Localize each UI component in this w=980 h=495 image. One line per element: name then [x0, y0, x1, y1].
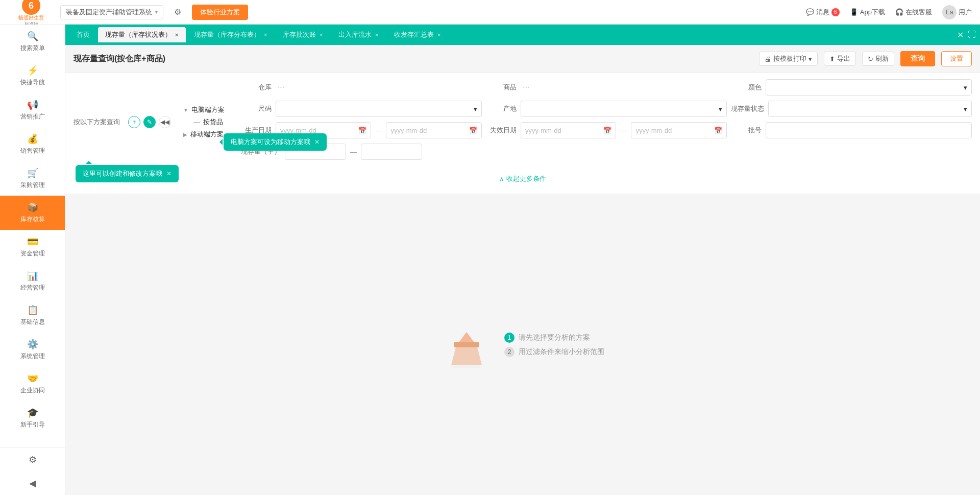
- message-badge: 6: [831, 8, 840, 16]
- close-icon[interactable]: ✕: [375, 32, 379, 38]
- sidebar-label: 系统管理: [20, 352, 45, 361]
- chevron-down-icon: ▾: [964, 105, 967, 113]
- system-selector[interactable]: 装备及固定资产辅助管理系统 ▾: [60, 5, 163, 19]
- svg-rect-1: [454, 342, 479, 347]
- sidebar-item-finance[interactable]: 💳 资金管理: [0, 230, 65, 264]
- app-download-label: App下载: [860, 8, 885, 17]
- phone-icon: 📱: [850, 8, 858, 16]
- settings-icon[interactable]: ⚙: [169, 4, 186, 20]
- stock-status-label: 现存量状态: [731, 104, 764, 113]
- print-button[interactable]: 🖨 按模板打印 ▾: [759, 52, 818, 66]
- sidebar-label: 采购管理: [20, 181, 45, 190]
- empty-tip-2: 2 用过滤条件来缩小分析范围: [504, 347, 604, 357]
- collapse-bar[interactable]: ∧ 收起更多条件: [74, 170, 972, 187]
- page-header: 现存量查询(按仓库+商品) 🖨 按模板打印 ▾ ⬆ 导出 ↻: [65, 45, 980, 73]
- sidebar-item-marketing[interactable]: 📢 营销推广: [0, 93, 65, 127]
- tab-inventory-batch[interactable]: 库存批次账 ✕: [276, 27, 330, 42]
- chart-icon: 📊: [27, 270, 38, 281]
- stock-main-field: 现存量（主） —: [241, 144, 972, 160]
- export-button[interactable]: ⬆ 导出: [824, 52, 856, 66]
- cart-icon: 🛒: [27, 168, 38, 179]
- filter-area: 电脑方案可设为移动方案哦 ✕ 这里可以创建和修改方案哦 ✕ 按以下方案查询 + …: [65, 73, 980, 194]
- chevron-down-icon: ▾: [474, 105, 477, 113]
- money-icon: 💰: [27, 133, 38, 145]
- chevron-down-icon: ▾: [808, 55, 812, 63]
- sidebar-item-purchase[interactable]: 🛒 采购管理: [0, 161, 65, 196]
- form-row-4: 现存量（主） —: [241, 144, 972, 160]
- warehouse-label: 仓库: [241, 83, 272, 92]
- sidebar-item-cooperation[interactable]: 🤝 企业协同: [0, 367, 65, 401]
- tip-num-2: 2: [504, 347, 514, 357]
- expiry-date-end[interactable]: yyyy-mm-dd 📅: [631, 122, 727, 138]
- app-download-button[interactable]: 📱 App下载: [850, 8, 885, 17]
- sidebar-item-guide[interactable]: 🎓 新手引导: [0, 401, 65, 435]
- online-service-button[interactable]: 🎧 在线客服: [895, 8, 932, 17]
- tab-summary[interactable]: 收发存汇总表 ✕: [387, 27, 448, 42]
- color-select[interactable]: ▾: [766, 79, 972, 96]
- scheme-sub-item[interactable]: — 按货品: [193, 116, 225, 128]
- export-label: 导出: [837, 54, 850, 63]
- tooltip-close-icon[interactable]: ✕: [166, 170, 172, 177]
- scheme-pc[interactable]: ▼ 电脑端方案: [183, 104, 225, 116]
- arrow-button[interactable]: ◀◀: [159, 116, 171, 128]
- sidebar-item-inventory[interactable]: 📦 库存核算: [0, 196, 65, 230]
- sidebar-item-management[interactable]: 📊 经营管理: [0, 264, 65, 298]
- sidebar-item-search[interactable]: 🔍 搜索菜单: [0, 25, 65, 59]
- batch-label: 批号: [731, 126, 762, 135]
- origin-select[interactable]: ▾: [521, 101, 727, 117]
- sidebar-item-basic[interactable]: 📋 基础信息: [0, 298, 65, 333]
- warehouse-field: 仓库 ···: [241, 83, 482, 92]
- stock-status-select[interactable]: ▾: [768, 101, 972, 117]
- sidebar: 🔍 搜索菜单 ⚡ 快捷导航 📢 营销推广 💰 销售管理 🛒 采购管理 📦: [0, 25, 65, 495]
- tab-label: 现存量（库存分布表）: [194, 30, 260, 39]
- size-select[interactable]: ▾: [276, 101, 482, 117]
- avatar: Ea: [942, 5, 957, 19]
- message-button[interactable]: 💬 消息 6: [806, 8, 840, 17]
- tip-text-2: 用过滤条件来缩小分析范围: [519, 347, 604, 357]
- scheme-mobile[interactable]: ▶ 移动端方案: [183, 128, 225, 140]
- sidebar-collapse-button[interactable]: ◀: [0, 472, 65, 495]
- user-label: 用户: [959, 8, 972, 17]
- prod-date-end[interactable]: yyyy-mm-dd 📅: [386, 122, 482, 138]
- close-icon[interactable]: ✕: [319, 32, 323, 38]
- edit-scheme-button[interactable]: ✎: [143, 116, 156, 128]
- sidebar-item-nav[interactable]: ⚡ 快捷导航: [0, 59, 65, 93]
- close-icon[interactable]: ✕: [437, 32, 441, 38]
- batch-input[interactable]: [766, 122, 972, 138]
- chevron-down-icon: ▾: [964, 84, 967, 91]
- search-icon: 🔍: [27, 31, 38, 42]
- close-icon[interactable]: ✕: [263, 32, 267, 38]
- close-icon[interactable]: ✕: [175, 32, 179, 38]
- stock-status-field: 现存量状态 ▾: [731, 101, 972, 117]
- expiry-date-start[interactable]: yyyy-mm-dd 📅: [521, 122, 617, 138]
- calendar-icon: 📅: [469, 127, 477, 134]
- sidebar-label: 基础信息: [20, 318, 45, 326]
- calendar-icon: 📅: [714, 127, 722, 134]
- tooltip-close-icon[interactable]: ✕: [314, 138, 320, 146]
- main-content: 1 请先选择要分析的方案 2 用过滤条件来缩小分析范围: [65, 194, 980, 495]
- tab-inventory-distribution[interactable]: 现存量（库存分布表） ✕: [187, 27, 275, 42]
- add-scheme-button[interactable]: +: [128, 116, 140, 128]
- filter-label: 按以下方案查询: [74, 117, 120, 127]
- tab-expand-button[interactable]: ⛶: [968, 30, 976, 39]
- svg-marker-2: [459, 332, 474, 342]
- set-button[interactable]: 设置: [941, 51, 972, 66]
- sidebar-item-system[interactable]: ⚙️ 系统管理: [0, 333, 65, 367]
- refresh-button[interactable]: ↻ 刷新: [862, 52, 894, 66]
- tab-inout-flow[interactable]: 出入库流水 ✕: [331, 27, 386, 42]
- tab-inventory-status[interactable]: 现存量（库存状况表） ✕: [98, 27, 186, 42]
- tab-home[interactable]: 首页: [69, 27, 97, 42]
- message-icon: 💬: [806, 8, 814, 16]
- industry-button[interactable]: 体验行业方案: [192, 5, 248, 20]
- user-menu[interactable]: Ea 用户: [942, 5, 972, 19]
- megaphone-icon: 📢: [27, 99, 38, 110]
- empty-tips: 1 请先选择要分析的方案 2 用过滤条件来缩小分析范围: [504, 333, 604, 357]
- tab-close-all-button[interactable]: ✕: [957, 30, 964, 40]
- stock-main-end[interactable]: [361, 144, 422, 160]
- empty-state: 1 请先选择要分析的方案 2 用过滤条件来缩小分析范围: [441, 322, 604, 368]
- search-button[interactable]: 查询: [900, 51, 935, 66]
- content-area: 首页 现存量（库存状况表） ✕ 现存量（库存分布表） ✕ 库存批次账 ✕ 出入库…: [65, 25, 980, 495]
- filter-row: 按以下方案查询 + ✎ ◀◀ ▼ 电脑端方案: [74, 79, 972, 165]
- sidebar-item-sales[interactable]: 💰 销售管理: [0, 127, 65, 161]
- sidebar-settings-button[interactable]: ⚙: [0, 448, 65, 472]
